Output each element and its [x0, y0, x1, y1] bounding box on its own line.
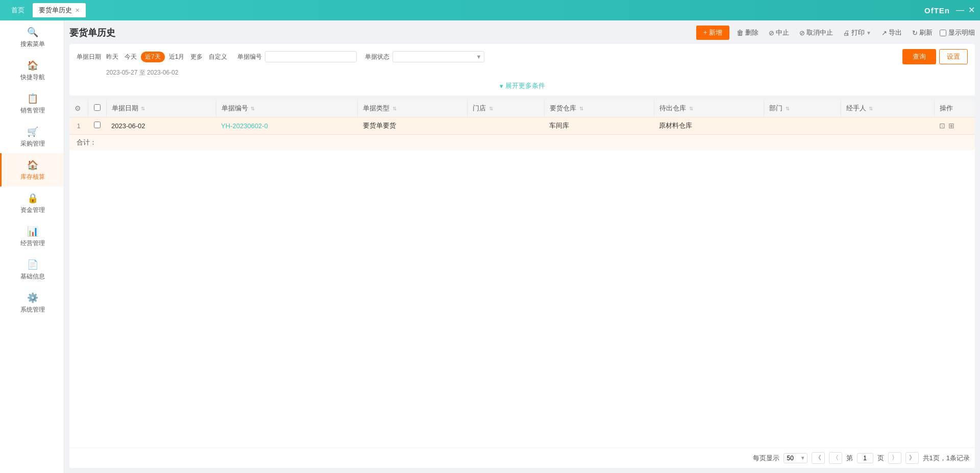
page-title: 要货单历史	[69, 27, 115, 39]
first-page-btn[interactable]: 《	[812, 452, 825, 464]
system-icon: ⚙️	[27, 292, 38, 303]
date-options: 昨天 今天 近7天 近1月 更多 自定义	[104, 52, 229, 62]
more-action-icon[interactable]: ⊞	[948, 122, 954, 130]
page-prefix: 第	[846, 454, 853, 463]
stop-icon: ⊘	[769, 29, 774, 37]
sales-icon: 📋	[27, 93, 38, 104]
col-department[interactable]: 部门 ⇅	[764, 100, 841, 117]
new-button[interactable]: + 新增	[696, 26, 729, 40]
col-doc-date[interactable]: 单据日期 ⇅	[106, 100, 216, 117]
print-button-label: 打印	[851, 28, 865, 37]
col-doc-date-sort: ⇅	[141, 106, 145, 111]
table-empty-space	[69, 150, 975, 447]
doc-number-filter-group: 单据编号	[237, 51, 357, 62]
tab-close-icon[interactable]: ✕	[75, 7, 80, 14]
main-layout: 🔍 搜索菜单 🏠 快捷导航 📋 销售管理 🛒 采购管理 🏠 库存核算 🔒 资金管…	[0, 20, 980, 473]
date-opt-7days[interactable]: 近7天	[141, 52, 165, 62]
inventory-icon: 🏠	[27, 159, 38, 171]
print-button[interactable]: 🖨 打印 ▼	[840, 26, 874, 39]
settings-button[interactable]: 设置	[939, 49, 968, 64]
col-doc-number-sort: ⇅	[251, 106, 255, 111]
delete-icon: 🗑	[737, 29, 744, 37]
purchase-icon: 🛒	[27, 126, 38, 137]
col-doc-number[interactable]: 单据编号 ⇅	[216, 100, 358, 117]
col-store-label: 门店	[473, 104, 486, 112]
sidebar-item-system[interactable]: ⚙️ 系统管理	[0, 286, 64, 319]
cancel-stop-button[interactable]: ⊘ 取消中止	[796, 26, 836, 39]
stop-button[interactable]: ⊘ 中止	[766, 26, 792, 39]
col-pending-warehouse[interactable]: 待出仓库 ⇅	[654, 100, 764, 117]
last-page-btn[interactable]: 》	[905, 452, 919, 464]
doc-status-select[interactable]	[393, 51, 484, 62]
sidebar-item-finance[interactable]: 🔒 资金管理	[0, 186, 64, 220]
content-area: 要货单历史 + 新增 🗑 删除 ⊘ 中止 ⊘ 取消中止 🖨	[64, 20, 980, 473]
sidebar: 🔍 搜索菜单 🏠 快捷导航 📋 销售管理 🛒 采购管理 🏠 库存核算 🔒 资金管…	[0, 20, 64, 473]
tab-history[interactable]: 要货单历史 ✕	[33, 3, 86, 17]
next-page-btn[interactable]: 〉	[888, 452, 901, 464]
sidebar-item-base-info-label: 基础信息	[20, 272, 45, 281]
col-settings[interactable]: ⚙	[69, 100, 88, 117]
filter-bar: 单据日期 昨天 今天 近7天 近1月 更多 自定义 单据编号	[69, 44, 975, 96]
sidebar-item-inventory[interactable]: 🏠 库存核算	[0, 153, 64, 186]
export-button[interactable]: ↗ 导出	[878, 26, 905, 39]
expand-more-button[interactable]: ▾ 展开更多条件	[500, 81, 545, 90]
col-actions-label: 操作	[940, 104, 953, 112]
col-req-warehouse[interactable]: 要货仓库 ⇅	[544, 100, 654, 117]
col-doc-type-label: 单据类型	[363, 104, 389, 112]
action-cell: ⊡ ⊞	[939, 122, 970, 130]
col-store-sort: ⇅	[489, 106, 493, 111]
row-actions: ⊡ ⊞	[934, 117, 975, 134]
col-pending-warehouse-label: 待出仓库	[659, 104, 686, 112]
col-doc-type-sort: ⇅	[393, 106, 397, 111]
total-info: 共1页，1条记录	[923, 454, 970, 463]
delete-button[interactable]: 🗑 删除	[733, 26, 762, 39]
col-actions: 操作	[934, 100, 975, 117]
doc-status-filter-group: 单据状态 ▼	[365, 51, 484, 62]
date-opt-custom[interactable]: 自定义	[207, 52, 229, 62]
finance-icon: 🔒	[27, 193, 38, 204]
gear-icon[interactable]: ⚙	[75, 104, 81, 112]
query-button[interactable]: 查询	[902, 49, 936, 64]
sidebar-item-search-menu[interactable]: 🔍 搜索菜单	[0, 20, 64, 54]
sidebar-item-quick-nav[interactable]: 🏠 快捷导航	[0, 54, 64, 87]
col-handler[interactable]: 经手人 ⇅	[841, 100, 934, 117]
search-menu-icon: 🔍	[27, 27, 38, 38]
new-button-label: + 新增	[703, 28, 722, 37]
doc-number-input[interactable]	[265, 51, 357, 62]
sidebar-item-sales[interactable]: 📋 销售管理	[0, 87, 64, 120]
top-bar-right: OfTEn — ✕	[924, 6, 975, 15]
refresh-button[interactable]: ↻ 刷新	[909, 26, 936, 39]
show-detail-toggle[interactable]: 显示明细	[940, 28, 975, 37]
refresh-icon: ↻	[912, 29, 918, 37]
date-opt-more[interactable]: 更多	[188, 52, 205, 62]
stop-button-label: 中止	[776, 28, 789, 37]
expand-down-icon: ▾	[500, 82, 503, 90]
row-checkbox[interactable]	[94, 122, 101, 128]
view-action-icon[interactable]: ⊡	[939, 122, 945, 130]
tab-history-label: 要货单历史	[39, 6, 72, 15]
sidebar-item-purchase[interactable]: 🛒 采购管理	[0, 120, 64, 153]
sidebar-item-operations[interactable]: 📊 经营管理	[0, 220, 64, 253]
settings-button-label: 设置	[947, 52, 960, 61]
date-opt-1month[interactable]: 近1月	[167, 52, 187, 62]
sidebar-item-search-menu-label: 搜索菜单	[20, 40, 45, 49]
table-row: 1 2023-06-02 YH-20230602-0 要货单要货 车间库 原材料…	[69, 117, 975, 134]
col-handler-label: 经手人	[846, 104, 866, 112]
sidebar-item-base-info[interactable]: 📄 基础信息	[0, 253, 64, 286]
select-all-checkbox[interactable]	[94, 104, 101, 111]
page-num-input[interactable]	[857, 453, 873, 463]
col-department-sort: ⇅	[786, 106, 790, 111]
tab-home[interactable]: 首页	[5, 3, 31, 17]
date-opt-yesterday[interactable]: 昨天	[104, 52, 120, 62]
col-doc-type[interactable]: 单据类型 ⇅	[358, 100, 468, 117]
sidebar-item-quick-nav-label: 快捷导航	[20, 73, 45, 82]
date-opt-today[interactable]: 今天	[122, 52, 139, 62]
col-store[interactable]: 门店 ⇅	[468, 100, 545, 117]
doc-number-link[interactable]: YH-20230602-0	[221, 122, 268, 130]
show-detail-checkbox[interactable]	[940, 30, 946, 36]
prev-page-btn[interactable]: 〈	[829, 452, 842, 464]
close-btn[interactable]: ✕	[968, 6, 975, 14]
minimize-btn[interactable]: —	[956, 6, 964, 14]
per-page-select[interactable]: 50 10 20 100	[783, 453, 807, 463]
row-doc-type: 要货单要货	[358, 117, 468, 134]
